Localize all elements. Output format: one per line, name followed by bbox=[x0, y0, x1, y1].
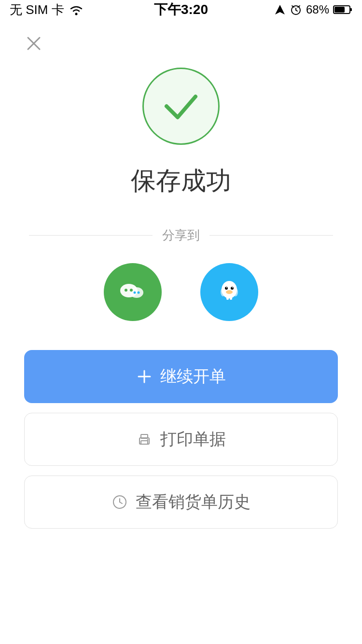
continue-label: 继续开单 bbox=[160, 365, 226, 388]
print-label: 打印单据 bbox=[160, 428, 226, 450]
main-content: 保存成功 分享到 bbox=[0, 19, 362, 644]
svg-rect-31 bbox=[141, 441, 148, 444]
svg-point-15 bbox=[134, 292, 136, 294]
svg-rect-7 bbox=[350, 8, 352, 11]
history-button[interactable]: 查看销货单历史 bbox=[24, 476, 338, 529]
svg-point-20 bbox=[226, 287, 227, 288]
success-icon-circle bbox=[142, 68, 220, 145]
success-title: 保存成功 bbox=[131, 164, 231, 198]
wechat-share-button[interactable] bbox=[104, 263, 162, 321]
svg-line-35 bbox=[120, 502, 122, 504]
svg-point-14 bbox=[130, 289, 133, 292]
svg-point-21 bbox=[232, 287, 233, 288]
close-icon bbox=[25, 35, 42, 52]
status-carrier: 无 SIM 卡 bbox=[10, 1, 84, 18]
continue-button[interactable]: 继续开单 bbox=[24, 350, 338, 403]
share-icons bbox=[104, 263, 258, 321]
print-button[interactable]: 打印单据 bbox=[24, 413, 338, 466]
status-time: 下午3:20 bbox=[154, 0, 208, 19]
wechat-icon bbox=[116, 275, 150, 309]
share-section: 分享到 bbox=[0, 227, 362, 321]
history-label: 查看销货单历史 bbox=[136, 491, 251, 513]
svg-line-3 bbox=[296, 10, 297, 11]
clock-icon bbox=[111, 494, 128, 510]
checkmark-icon bbox=[159, 84, 203, 128]
svg-point-32 bbox=[147, 439, 149, 441]
divider-right bbox=[209, 235, 333, 236]
share-divider: 分享到 bbox=[0, 227, 362, 244]
status-bar: 无 SIM 卡 下午3:20 68% bbox=[0, 0, 362, 19]
plus-icon bbox=[136, 368, 153, 385]
svg-point-13 bbox=[125, 289, 127, 292]
alarm-icon bbox=[290, 3, 302, 16]
battery-text: 68% bbox=[306, 3, 329, 16]
status-right: 68% bbox=[274, 3, 352, 16]
divider-left bbox=[29, 235, 153, 236]
svg-point-19 bbox=[231, 287, 234, 290]
printer-icon bbox=[136, 431, 153, 448]
battery-icon bbox=[333, 4, 352, 15]
svg-point-0 bbox=[75, 13, 77, 15]
qq-icon bbox=[212, 275, 246, 309]
svg-point-22 bbox=[226, 290, 233, 294]
share-label: 分享到 bbox=[162, 227, 200, 244]
actions-section: 继续开单 打印单据 查看销货单历史 bbox=[0, 350, 362, 529]
svg-rect-23 bbox=[226, 297, 229, 300]
svg-rect-24 bbox=[230, 297, 232, 300]
location-icon bbox=[274, 4, 286, 15]
qq-share-button[interactable] bbox=[200, 263, 258, 321]
svg-point-18 bbox=[225, 287, 228, 290]
svg-point-16 bbox=[138, 292, 140, 294]
svg-point-26 bbox=[233, 288, 238, 296]
wifi-icon bbox=[68, 3, 84, 16]
close-button[interactable] bbox=[19, 29, 48, 58]
svg-rect-8 bbox=[334, 7, 345, 13]
svg-point-25 bbox=[221, 288, 225, 296]
